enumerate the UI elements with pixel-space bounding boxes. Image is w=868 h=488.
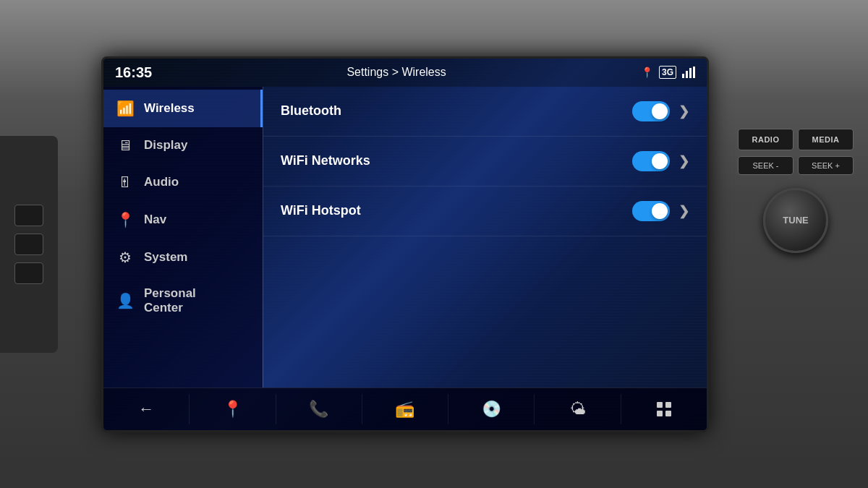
nav-disc[interactable]: 💿: [448, 394, 535, 424]
top-buttons-row: RADIO MEDIA: [738, 129, 854, 150]
sidebar-label-system: System: [144, 250, 187, 265]
sidebar-item-personal-center[interactable]: 👤 Personal Center: [103, 276, 263, 325]
apps-grid-icon: [655, 401, 673, 418]
right-controls: RADIO MEDIA SEEK - SEEK + TUNE: [738, 129, 854, 360]
setting-row-wifi-networks[interactable]: WiFi Networks ❯: [263, 137, 707, 187]
sidebar-item-nav[interactable]: 📍 Nav: [103, 201, 263, 239]
wifi-hotspot-toggle[interactable]: [632, 201, 670, 221]
wifi-hotspot-label: WiFi Hotspot: [281, 203, 361, 218]
location-icon: 📍: [223, 400, 242, 419]
infotainment-screen: 16:35 Settings > Wireless 📍 3G 📶 Wireles: [101, 56, 709, 432]
weather-icon: 🌤: [570, 400, 586, 419]
wifi-hotspot-controls: ❯: [632, 201, 689, 221]
nav-back[interactable]: ←: [103, 394, 190, 424]
clock: 16:35: [115, 64, 152, 81]
svg-rect-1: [665, 402, 671, 408]
bluetooth-toggle[interactable]: [632, 101, 670, 121]
settings-content: Bluetooth ❯ WiFi Networks ❯: [263, 87, 707, 388]
sidebar-item-audio[interactable]: 🎚 Audio: [103, 164, 263, 201]
radio-icon: 📻: [395, 400, 414, 419]
wifi-networks-controls: ❯: [632, 151, 689, 171]
left-controls: [0, 136, 58, 353]
nav-apps[interactable]: [621, 395, 707, 424]
tune-label: TUNE: [783, 215, 808, 226]
sidebar-item-wireless[interactable]: 📶 Wireless: [103, 90, 263, 127]
svg-rect-3: [665, 411, 671, 416]
radio-button[interactable]: RADIO: [738, 129, 793, 150]
car-surround: 16:35 Settings > Wireless 📍 3G 📶 Wireles: [0, 0, 868, 488]
tune-knob[interactable]: TUNE: [763, 188, 828, 253]
phone-icon: 📞: [309, 400, 328, 419]
bluetooth-label: Bluetooth: [281, 103, 341, 119]
sidebar-item-system[interactable]: ⚙ System: [103, 239, 263, 276]
screen-content: 16:35 Settings > Wireless 📍 3G 📶 Wireles: [103, 59, 707, 430]
nav-weather[interactable]: 🌤: [535, 394, 621, 424]
left-btn-2[interactable]: [14, 234, 43, 255]
sidebar-label-nav: Nav: [144, 213, 166, 227]
wifi-hotspot-chevron[interactable]: ❯: [678, 203, 689, 219]
person-icon: 👤: [115, 292, 135, 309]
sidebar-item-display[interactable]: 🖥 Display: [103, 127, 263, 164]
sidebar-label-personal: Personal Center: [144, 286, 196, 315]
bluetooth-controls: ❯: [632, 101, 689, 121]
sidebar-label-audio: Audio: [144, 175, 179, 189]
lte-icon: 3G: [659, 66, 676, 79]
nav-location[interactable]: 📍: [190, 394, 276, 424]
back-arrow-icon: ←: [138, 400, 154, 419]
bluetooth-chevron[interactable]: ❯: [678, 103, 689, 119]
sidebar-label-wireless: Wireless: [144, 101, 195, 116]
sidebar: 📶 Wireless 🖥 Display 🎚 Audio 📍 Nav: [103, 87, 263, 388]
sidebar-label-display: Display: [144, 138, 187, 153]
display-icon: 🖥: [115, 137, 135, 154]
setting-row-wifi-hotspot[interactable]: WiFi Hotspot ❯: [263, 187, 707, 236]
seek-row: SEEK - SEEK +: [738, 156, 854, 175]
nav-phone[interactable]: 📞: [276, 394, 362, 424]
seek-plus-button[interactable]: SEEK +: [798, 156, 854, 175]
signal-bars-icon: [682, 67, 695, 78]
main-content: 📶 Wireless 🖥 Display 🎚 Audio 📍 Nav: [103, 87, 707, 388]
wifi-networks-toggle[interactable]: [632, 151, 670, 171]
left-btn-3[interactable]: [14, 262, 43, 284]
gps-icon: 📍: [641, 67, 653, 78]
wifi-networks-chevron[interactable]: ❯: [678, 153, 689, 169]
bottom-nav: ← 📍 📞 📻 💿 🌤: [103, 388, 707, 430]
audio-icon: 🎚: [115, 174, 135, 191]
wifi-networks-label: WiFi Networks: [281, 153, 370, 168]
disc-icon: 💿: [482, 400, 501, 419]
breadcrumb: Settings > Wireless: [346, 66, 446, 79]
media-button[interactable]: MEDIA: [798, 129, 854, 150]
wifi-icon: 📶: [115, 100, 135, 117]
left-btn-1[interactable]: [14, 205, 43, 226]
svg-rect-0: [657, 402, 663, 408]
seek-minus-button[interactable]: SEEK -: [738, 156, 793, 175]
status-bar: 16:35 Settings > Wireless 📍 3G: [103, 59, 707, 87]
nav-radio[interactable]: 📻: [362, 394, 448, 424]
svg-rect-2: [657, 411, 663, 416]
nav-icon: 📍: [115, 211, 135, 228]
setting-row-bluetooth[interactable]: Bluetooth ❯: [263, 87, 707, 137]
gear-icon: ⚙: [115, 249, 135, 266]
status-icons: 📍 3G: [641, 66, 695, 79]
